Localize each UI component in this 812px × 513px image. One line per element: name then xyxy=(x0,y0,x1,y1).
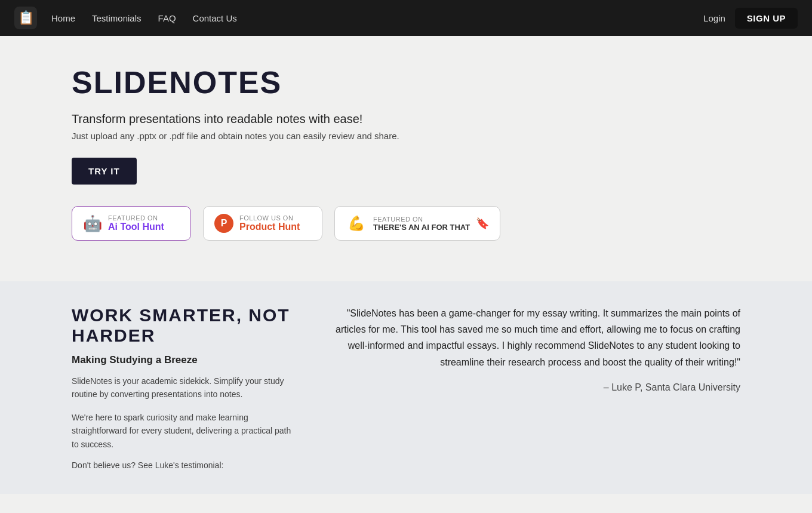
ai-tool-hunt-main: Ai Tool Hunt xyxy=(108,222,164,232)
badge-ai-tool-hunt[interactable]: 🤖 Featured on Ai Tool Hunt xyxy=(72,206,191,241)
logo-icon: 📋 xyxy=(18,10,34,26)
ai-tool-hunt-icon: 🤖 xyxy=(83,214,102,233)
testimonial-body1: SlideNotes is your academic sidekick. Si… xyxy=(72,374,299,401)
theres-ai-small: FEATURED ON xyxy=(373,216,470,223)
ai-tool-hunt-text: Featured on Ai Tool Hunt xyxy=(108,214,164,232)
login-link[interactable]: Login xyxy=(703,13,725,23)
nav-contact[interactable]: Contact Us xyxy=(193,13,237,23)
ai-tool-hunt-small: Featured on xyxy=(108,214,164,222)
hero-section: SlideNotes Transform presentations into … xyxy=(0,36,812,281)
nav-faq[interactable]: FAQ xyxy=(158,13,176,23)
nav-testimonials[interactable]: Testimonials xyxy=(92,13,142,23)
signup-button[interactable]: SIGN UP xyxy=(735,8,798,29)
try-it-button[interactable]: TRY IT xyxy=(72,158,137,185)
testimonial-subtitle: Making Studying a Breeze xyxy=(72,354,299,366)
testimonial-body2: We're here to spark curiosity and make l… xyxy=(72,411,299,451)
logo[interactable]: 📋 xyxy=(14,7,37,29)
navigation: 📋 Home Testimonials FAQ Contact Us Login… xyxy=(0,0,812,36)
testimonial-left: WORK SMARTER, NOT HARDER Making Studying… xyxy=(72,305,299,470)
theres-ai-icon: 💪 xyxy=(346,213,367,234)
product-hunt-small: FOLLOW US ON xyxy=(239,214,300,222)
testimonial-cta: Don't believe us? See Luke's testimonial… xyxy=(72,460,299,470)
testimonial-quote: "SlideNotes has been a game-changer for … xyxy=(334,305,740,370)
bookmark-icon: 🔖 xyxy=(476,217,489,230)
hero-description: Just upload any .pptx or .pdf file and o… xyxy=(72,131,740,141)
hero-subtitle: Transform presentations into readable no… xyxy=(72,112,740,126)
theres-ai-main: THERE'S AN AI FOR THAT xyxy=(373,223,470,232)
product-hunt-main: Product Hunt xyxy=(239,222,300,232)
badge-theres-an-ai[interactable]: 💪 FEATURED ON THERE'S AN AI FOR THAT 🔖 xyxy=(334,206,500,241)
nav-home[interactable]: Home xyxy=(51,13,75,23)
testimonial-right: "SlideNotes has been a game-changer for … xyxy=(334,305,740,393)
testimonial-section: WORK SMARTER, NOT HARDER Making Studying… xyxy=(0,281,812,494)
badges-row: 🤖 Featured on Ai Tool Hunt P FOLLOW US O… xyxy=(72,206,740,241)
theres-ai-text: FEATURED ON THERE'S AN AI FOR THAT xyxy=(373,216,470,232)
product-hunt-icon: P xyxy=(214,214,233,233)
testimonial-author: – Luke P, Santa Clara University xyxy=(334,382,740,393)
testimonial-section-title: WORK SMARTER, NOT HARDER xyxy=(72,305,299,346)
product-hunt-text: FOLLOW US ON Product Hunt xyxy=(239,214,300,232)
nav-links: Home Testimonials FAQ Contact Us xyxy=(51,13,703,23)
nav-right: Login SIGN UP xyxy=(703,8,798,29)
badge-product-hunt[interactable]: P FOLLOW US ON Product Hunt xyxy=(203,206,322,241)
hero-title: SlideNotes xyxy=(72,64,740,100)
